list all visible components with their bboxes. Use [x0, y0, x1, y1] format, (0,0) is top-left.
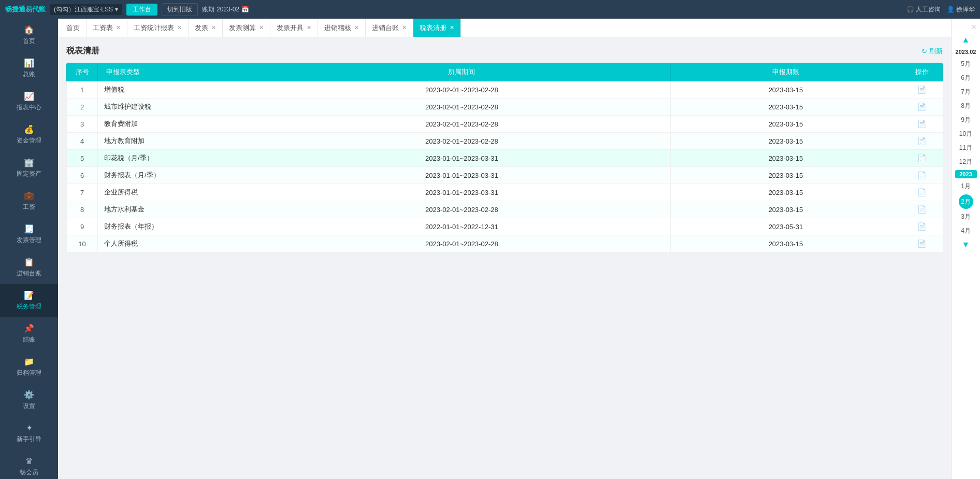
month-item-2[interactable]: 2月: [959, 194, 973, 209]
month-item-7[interactable]: 7月: [952, 85, 980, 99]
action-icon[interactable]: 📄: [917, 120, 926, 128]
action-icon[interactable]: 📄: [917, 205, 926, 214]
tab-salary[interactable]: 工资表 ✕: [87, 19, 127, 37]
panel-nav-up[interactable]: ▲: [952, 33, 980, 47]
ai-consult-button[interactable]: 🎧 人工咨询: [906, 5, 941, 14]
cell-seq: 8: [67, 201, 98, 218]
tab-invoice-open-close[interactable]: ✕: [307, 24, 311, 31]
sidebar-item-archive[interactable]: 📁 归档管理: [0, 350, 58, 384]
tab-invoice[interactable]: 发票 ✕: [189, 19, 223, 37]
tab-invoice-close[interactable]: ✕: [211, 24, 216, 31]
cell-type: 地方教育附加: [98, 133, 253, 150]
tab-salary-report-close[interactable]: ✕: [177, 24, 182, 31]
month-item-10[interactable]: 10月: [952, 127, 980, 141]
cell-deadline: 2023-03-15: [670, 81, 901, 98]
tab-purchase-check[interactable]: 进销稽核 ✕: [318, 19, 366, 37]
sidebar-item-ledger[interactable]: 📊 总账: [0, 52, 58, 85]
table-row: 2 城市维护建设税 2023-02-01~2023-02-28 2023-03-…: [67, 98, 943, 116]
tab-salary-report-label: 工资统计报表: [134, 23, 174, 33]
sidebar-item-invoice[interactable]: 🧾 发票管理: [0, 218, 58, 251]
sidebar-item-salary[interactable]: 💼 工资: [0, 185, 58, 218]
cell-period: 2023-02-01~2023-02-28: [253, 81, 671, 98]
cell-seq: 1: [67, 81, 98, 98]
refresh-icon: ↻: [921, 47, 927, 55]
calendar-icon[interactable]: 📅: [241, 6, 249, 13]
month-item-3[interactable]: 3月: [952, 210, 980, 224]
cell-type: 增值税: [98, 81, 253, 98]
sidebar-item-home[interactable]: 🏠 首页: [0, 19, 58, 52]
sidebar-item-settings[interactable]: ⚙️ 设置: [0, 384, 58, 417]
refresh-button[interactable]: ↻ 刷新: [921, 47, 943, 56]
tab-home[interactable]: 首页: [60, 19, 87, 37]
funds-icon: 💰: [24, 124, 34, 134]
sidebar-item-member[interactable]: ♛ 畅会员: [0, 450, 58, 479]
cell-type: 财务报表（月/季）: [98, 167, 253, 184]
col-header-period: 所属期间: [253, 63, 671, 81]
sidebar-item-settle[interactable]: 📌 结账: [0, 317, 58, 350]
action-icon[interactable]: 📄: [917, 86, 926, 94]
action-icon[interactable]: 📄: [917, 137, 926, 145]
tab-invoice-calc[interactable]: 发票测算 ✕: [223, 19, 270, 37]
close-panel-button[interactable]: ✕: [952, 21, 980, 33]
company-selector[interactable]: (勾勾）江西服宝·LSS ▾: [50, 4, 122, 15]
user-menu[interactable]: 👤 徐泽华: [947, 5, 975, 14]
cell-action: 📄: [901, 218, 943, 235]
cell-deadline: 2023-03-15: [670, 184, 901, 201]
month-item-9[interactable]: 9月: [952, 113, 980, 127]
tab-invoice-open[interactable]: 发票开具 ✕: [270, 19, 318, 37]
workbench-button[interactable]: 工作台: [126, 4, 157, 16]
tab-salary-close[interactable]: ✕: [116, 24, 121, 31]
sidebar-item-purchase[interactable]: 📋 进销台账: [0, 251, 58, 284]
cell-action: 📄: [901, 235, 943, 252]
cell-period: 2023-02-01~2023-02-28: [253, 235, 671, 252]
tab-purchase-check-close[interactable]: ✕: [354, 24, 359, 31]
action-icon[interactable]: 📄: [917, 103, 926, 111]
action-icon[interactable]: 📄: [917, 188, 926, 196]
cell-seq: 4: [67, 133, 98, 150]
table-row: 1 增值税 2023-02-01~2023-02-28 2023-03-15 📄: [67, 81, 943, 98]
cell-seq: 3: [67, 116, 98, 133]
cell-type: 企业所得税: [98, 184, 253, 201]
switch-old-button[interactable]: 切到旧版: [162, 3, 198, 16]
month-item-8[interactable]: 8月: [952, 99, 980, 113]
month-item-11[interactable]: 11月: [952, 141, 980, 155]
sidebar-label-ledger: 总账: [23, 70, 35, 79]
tab-invoice-calc-close[interactable]: ✕: [259, 24, 264, 31]
sidebar-label-tax: 税务管理: [17, 302, 41, 311]
month-item-12[interactable]: 12月: [952, 155, 980, 169]
page-title: 税表清册: [66, 46, 99, 57]
salary-icon: 💼: [24, 191, 34, 201]
tab-salary-report[interactable]: 工资统计报表 ✕: [127, 19, 189, 37]
cell-action: 📄: [901, 81, 943, 98]
table-row: 5 印花税（月/季） 2023-01-01~2023-03-31 2023-03…: [67, 150, 943, 167]
headset-icon: 🎧: [906, 6, 914, 13]
panel-nav-down[interactable]: ▼: [952, 238, 980, 251]
action-icon[interactable]: 📄: [917, 154, 926, 162]
sidebar-label-purchase: 进销台账: [17, 269, 41, 278]
tab-purchase-ledger-close[interactable]: ✕: [402, 24, 407, 31]
purchase-icon: 📋: [24, 257, 34, 267]
month-item-6[interactable]: 6月: [952, 71, 980, 85]
tab-tax-list[interactable]: 税表清册 ✕: [413, 19, 461, 37]
col-header-action: 操作: [901, 63, 943, 81]
cell-period: 2023-02-01~2023-02-28: [253, 116, 671, 133]
sidebar-item-funds[interactable]: 💰 资金管理: [0, 118, 58, 151]
sidebar-item-guide[interactable]: ✦ 新手引导: [0, 417, 58, 450]
month-item-4[interactable]: 4月: [952, 224, 980, 238]
action-icon[interactable]: 📄: [917, 222, 926, 231]
sidebar-label-funds: 资金管理: [17, 136, 41, 145]
cell-period: 2023-02-01~2023-02-28: [253, 133, 671, 150]
tab-purchase-ledger[interactable]: 进销台账 ✕: [366, 19, 413, 37]
sidebar-item-tax[interactable]: 📝 税务管理: [0, 284, 58, 317]
action-icon[interactable]: 📄: [917, 240, 926, 248]
sidebar-item-reports[interactable]: 📈 报表中心: [0, 85, 58, 118]
cell-deadline: 2023-03-15: [670, 150, 901, 167]
month-item-5[interactable]: 5月: [952, 57, 980, 71]
sidebar-label-settings: 设置: [23, 402, 35, 411]
company-name: (勾勾）江西服宝·LSS: [54, 5, 113, 14]
month-item-1[interactable]: 1月: [952, 179, 980, 193]
action-icon[interactable]: 📄: [917, 171, 926, 179]
sidebar-item-assets[interactable]: 🏢 固定资产: [0, 151, 58, 185]
year-tag-2023[interactable]: 2023: [955, 170, 977, 178]
tab-tax-list-close[interactable]: ✕: [450, 24, 454, 31]
